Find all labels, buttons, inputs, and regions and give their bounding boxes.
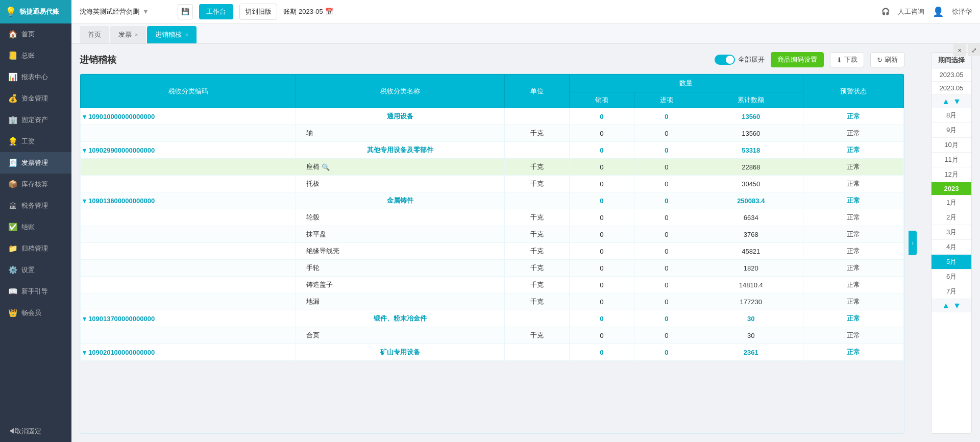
- refresh-btn[interactable]: ↻ 刷新: [870, 52, 904, 67]
- funds-icon: 💰: [8, 94, 17, 103]
- sidebar-item-member[interactable]: 👑 畅会员: [0, 302, 71, 324]
- table-row: ▾109013700000000000 锻件、粉末冶金件 0 0 30 正常: [81, 310, 904, 327]
- support-label[interactable]: 人工咨询: [898, 7, 924, 16]
- cell-status: 正常: [803, 108, 904, 125]
- period-month-5[interactable]: 5月: [932, 255, 971, 269]
- tab-reconcile[interactable]: 进销稽核 ×: [147, 26, 196, 43]
- right-panel-toggle[interactable]: ›: [909, 231, 917, 255]
- period-month-7[interactable]: 7月: [932, 284, 971, 299]
- period-month-9[interactable]: 9月: [932, 123, 971, 138]
- sidebar-item-guide[interactable]: 📖 新手引导: [0, 281, 71, 302]
- tree-collapse-icon[interactable]: ▾: [83, 146, 86, 154]
- refresh-label: 刷新: [885, 55, 898, 64]
- period-month-10[interactable]: 10月: [932, 138, 971, 153]
- tab-invoice[interactable]: 发票 ×: [110, 26, 146, 43]
- cell-purchase: 0: [634, 327, 699, 344]
- payroll-icon: 👷: [8, 137, 17, 146]
- table-row: 抹平盘 千克 0 0 3768 正常: [81, 226, 904, 243]
- sidebar-item-home[interactable]: 🏠 首页: [0, 23, 71, 45]
- cell-unit: 千克: [504, 226, 569, 243]
- tab-home[interactable]: 首页: [80, 26, 109, 43]
- download-btn[interactable]: ⬇ 下载: [830, 52, 864, 67]
- sidebar-label-settings: 设置: [21, 265, 35, 275]
- period-month-12[interactable]: 12月: [932, 167, 971, 182]
- cell-status: 正常: [803, 159, 904, 176]
- cell-total: 30: [699, 327, 803, 344]
- cell-unit: 千克: [504, 327, 569, 344]
- table-row: 地漏 千克 0 0 177230 正常: [81, 293, 904, 310]
- table-row: 合页 千克 0 0 30 正常: [81, 327, 904, 344]
- sidebar-item-archive[interactable]: 📁 归档管理: [0, 238, 71, 259]
- calendar-icon[interactable]: 📅: [325, 8, 333, 15]
- reconcile-table: 税收分类编码 税收分类名称 单位 数量 预警状态 销项 进项 累计数额: [80, 74, 904, 361]
- period-month-4[interactable]: 4月: [932, 240, 971, 255]
- sidebar-item-tax[interactable]: 🏛 税务管理: [0, 195, 71, 216]
- save-button[interactable]: 💾: [178, 4, 193, 19]
- cell-sale: 0: [569, 192, 634, 209]
- sidebar-item-reports[interactable]: 📊 报表中心: [0, 66, 71, 88]
- period-up-arrow[interactable]: ▲: [942, 97, 950, 106]
- tree-collapse-icon[interactable]: ▾: [83, 197, 86, 205]
- sidebar-label-ledger: 总账: [21, 51, 35, 60]
- cell-purchase: 0: [634, 192, 699, 209]
- cell-sale: 0: [569, 125, 634, 142]
- assets-icon: 🏢: [8, 115, 17, 125]
- cell-purchase: 0: [634, 243, 699, 260]
- tab-reconcile-close[interactable]: ×: [185, 32, 188, 38]
- period-month-2[interactable]: 2月: [932, 210, 971, 225]
- cell-status: 正常: [803, 209, 904, 226]
- expand-all-toggle[interactable]: [715, 55, 735, 65]
- workbench-button[interactable]: 工作台: [199, 4, 233, 19]
- cell-purchase: 0: [634, 277, 699, 293]
- period-up-arrow-bottom[interactable]: ▲: [942, 301, 950, 310]
- cell-total: 13560: [699, 108, 803, 125]
- period-month-1[interactable]: 1月: [932, 195, 971, 210]
- cell-name: 托板: [296, 176, 504, 192]
- cell-purchase: 0: [634, 142, 699, 159]
- expand-panel-btn[interactable]: ⤢: [968, 52, 972, 56]
- toggle-all: 全部展开: [715, 55, 765, 65]
- cell-purchase: 0: [634, 209, 699, 226]
- sidebar-item-closing[interactable]: ✅ 结账: [0, 216, 71, 238]
- tree-collapse-icon[interactable]: ▾: [83, 349, 86, 356]
- period-down-arrow-bottom[interactable]: ▼: [953, 301, 961, 310]
- sidebar-item-funds[interactable]: 💰 资金管理: [0, 88, 71, 109]
- sidebar-item-inventory[interactable]: 📦 库存核算: [0, 174, 71, 195]
- th-tax-name: 税收分类名称: [296, 75, 504, 108]
- cell-name: 轴: [296, 125, 504, 142]
- period-month-11[interactable]: 11月: [932, 153, 971, 167]
- download-label: 下载: [844, 55, 857, 64]
- cell-purchase: 0: [634, 176, 699, 192]
- sidebar-item-payroll[interactable]: 👷 工资: [0, 131, 71, 152]
- period-item-2023-05-1[interactable]: 2023.05: [932, 68, 971, 82]
- settings-icon: ⚙️: [8, 265, 17, 275]
- cell-status: 正常: [803, 293, 904, 310]
- tree-collapse-icon[interactable]: ▾: [83, 113, 86, 120]
- sidebar-item-invoice[interactable]: 🧾 发票管理: [0, 152, 71, 174]
- cell-unit: 千克: [504, 293, 569, 310]
- cell-status: 正常: [803, 260, 904, 277]
- company-selector[interactable]: 沈海英测试经营勿删 ▼: [80, 7, 172, 16]
- close-panel-btn[interactable]: ×: [953, 52, 966, 56]
- sidebar-item-ledger[interactable]: 📒 总账: [0, 45, 71, 66]
- switch-version-button[interactable]: 切到旧版: [239, 4, 277, 20]
- tree-collapse-icon[interactable]: ▾: [83, 315, 86, 323]
- period-down-arrow[interactable]: ▼: [953, 97, 961, 106]
- period-item-2023-05-2[interactable]: 2023.05: [932, 82, 971, 95]
- sidebar-label-archive: 归档管理: [21, 244, 48, 253]
- product-code-btn[interactable]: 商品编码设置: [771, 52, 824, 67]
- table-row: 铸造盖子 千克 0 0 14810.4 正常: [81, 277, 904, 293]
- cell-status: 正常: [803, 125, 904, 142]
- table-row: 托板 千克 0 0 30450 正常: [81, 176, 904, 192]
- tab-invoice-close[interactable]: ×: [135, 32, 138, 38]
- cell-unit: [504, 192, 569, 209]
- period-month-6[interactable]: 6月: [932, 269, 971, 284]
- search-icon[interactable]: 🔍: [322, 163, 330, 171]
- period-month-8[interactable]: 8月: [932, 108, 971, 123]
- cell-code: [81, 260, 296, 277]
- sidebar-pin-toggle[interactable]: ◀取消固定: [0, 421, 71, 442]
- period-month-3[interactable]: 3月: [932, 225, 971, 240]
- sidebar-item-assets[interactable]: 🏢 固定资产: [0, 109, 71, 131]
- sidebar-item-settings[interactable]: ⚙️ 设置: [0, 259, 71, 281]
- cell-code: [81, 243, 296, 260]
